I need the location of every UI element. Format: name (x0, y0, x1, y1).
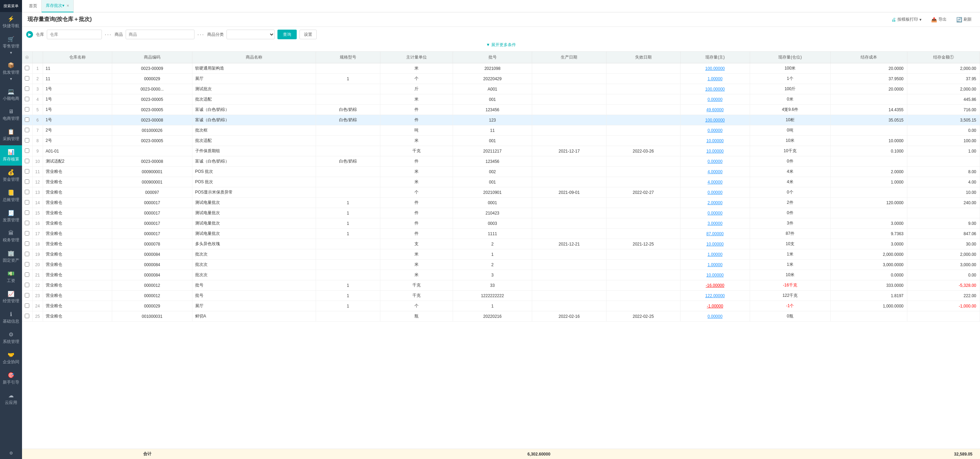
row-goods-name: 批号 (192, 280, 316, 291)
sidebar-item-企业协同[interactable]: 🤝 企业协同 (0, 348, 22, 368)
row-qty-main[interactable]: 10.00000 (680, 146, 750, 156)
sidebar-item-固定资产[interactable]: 🏢 固定资产 (0, 247, 22, 267)
row-checkbox[interactable] (22, 198, 32, 208)
row-checkbox[interactable] (22, 167, 32, 177)
row-qty-main[interactable]: 2.00000 (680, 198, 750, 208)
row-checkbox[interactable] (22, 208, 32, 218)
sidebar-item-批发管理[interactable]: 📦 批发管理 ▾ (0, 59, 22, 85)
row-spec (316, 125, 380, 135)
row-qty-main[interactable]: 1.00000 (680, 249, 750, 260)
row-checkbox[interactable] (22, 249, 32, 260)
row-qty-main[interactable]: -16.00000 (680, 280, 750, 291)
row-checkbox[interactable] (22, 239, 32, 249)
sidebar-logo[interactable]: 搜索菜单 (0, 0, 22, 12)
row-seq: 8 (32, 135, 43, 146)
sidebar-item-经营管理[interactable]: 📈 经营管理 (0, 287, 22, 308)
sidebar-item-系统管理[interactable]: ⚙ 系统管理 (0, 328, 22, 348)
table-row: 19 营业粮仓 0000084 批次次 米 1 1.00000 1米 2,000… (22, 249, 980, 260)
sidebar-item-发票管理[interactable]: 🧾 发票管理 (0, 206, 22, 226)
row-goods-code: 0023-00008 (112, 156, 192, 167)
row-qty-main[interactable]: 1.00000 (680, 74, 750, 84)
row-qty-main[interactable]: 1.00000 (680, 260, 750, 270)
setting-button[interactable]: 设置 (299, 30, 317, 39)
export-button[interactable]: 📤 导出 (928, 15, 949, 24)
row-checkbox[interactable] (22, 105, 32, 115)
refresh-button[interactable]: 🔄 刷新 (953, 15, 975, 24)
row-checkbox[interactable] (22, 115, 32, 125)
sidebar-item-新手引导[interactable]: 🎯 新手引导 (0, 368, 22, 389)
sidebar-item-云应用[interactable]: ☁ 云应用 (0, 389, 22, 409)
row-qty-main[interactable]: 100.00000 (680, 63, 750, 74)
sidebar-item-快捷导航[interactable]: ⚡ 快捷导航 (0, 12, 22, 32)
sidebar-item-采购管理[interactable]: 📋 采购管理 (0, 125, 22, 145)
row-checkbox[interactable] (22, 125, 32, 135)
print-button[interactable]: 🖨 按模板打印 ▾ (888, 15, 924, 24)
sidebar-settings[interactable]: ⚙ (0, 447, 22, 459)
row-qty-main[interactable]: 0.00000 (680, 156, 750, 167)
row-checkbox[interactable] (22, 291, 32, 301)
tab-home[interactable]: 首页 (25, 0, 41, 13)
row-qty-main[interactable]: 4.00000 (680, 167, 750, 177)
row-batch: 1222222222 (453, 291, 532, 301)
row-checkbox[interactable] (22, 270, 32, 280)
sidebar-item-基础信息[interactable]: ℹ 基础信息 (0, 308, 22, 328)
row-unit: 米 (380, 94, 453, 105)
row-exp-date (606, 63, 680, 74)
category-select[interactable] (226, 30, 275, 39)
warehouse-input[interactable] (47, 30, 102, 39)
row-batch: 1 (453, 301, 532, 311)
row-batch: 2021098 (453, 63, 532, 74)
row-qty-main[interactable]: 49.60000 (680, 105, 750, 115)
row-checkbox[interactable] (22, 177, 32, 187)
row-qty-main[interactable]: 10.00000 (680, 239, 750, 249)
tab-inventory-batch[interactable]: 库存批次▾ ✕ (41, 0, 74, 13)
goods-input[interactable] (126, 30, 194, 39)
row-checkbox[interactable] (22, 218, 32, 229)
row-checkbox[interactable] (22, 260, 32, 270)
row-qty-main[interactable]: 10.00000 (680, 270, 750, 280)
sidebar-item-总账管理[interactable]: 📒 总账管理 (0, 186, 22, 206)
sidebar-item-零售管理[interactable]: 🛒 零售管理 ▾ (0, 32, 22, 59)
sidebar-item-库存核算[interactable]: 📊 库存核算 (0, 145, 22, 166)
row-warehouse: 营业粮仓 (43, 198, 112, 208)
row-qty-main[interactable]: 0.00000 (680, 125, 750, 135)
row-qty-main[interactable]: 87.00000 (680, 229, 750, 239)
sidebar-item-税务管理[interactable]: 🏛 税务管理 (0, 226, 22, 247)
row-qty-main[interactable]: 0.00000 (680, 208, 750, 218)
row-qty-main[interactable]: 10.00000 (680, 135, 750, 146)
row-qty-main[interactable]: 0.00000 (680, 187, 750, 198)
row-checkbox[interactable] (22, 156, 32, 167)
row-checkbox[interactable] (22, 280, 32, 291)
sidebar-item-小额电商[interactable]: 💻 小额电商 (0, 85, 22, 105)
row-spec: 1 (316, 208, 380, 218)
sidebar-item-工资[interactable]: 💵 工资 (0, 267, 22, 287)
filter-expand-row: ▼ 展开更多条件 (26, 41, 976, 49)
row-checkbox[interactable] (22, 63, 32, 74)
row-checkbox[interactable] (22, 229, 32, 239)
row-qty-main[interactable]: 100.00000 (680, 84, 750, 94)
row-qty-main[interactable]: -1.00000 (680, 301, 750, 311)
row-checkbox[interactable] (22, 84, 32, 94)
sidebar-item-资金管理[interactable]: 💰 资金管理 (0, 166, 22, 186)
row-exp-date (606, 177, 680, 187)
row-checkbox[interactable] (22, 301, 32, 311)
row-balance: 0.00 (907, 270, 980, 280)
expand-more-button[interactable]: ▼ 展开更多条件 (483, 41, 519, 49)
row-qty-main[interactable]: 4.00000 (680, 177, 750, 187)
row-checkbox[interactable] (22, 187, 32, 198)
sidebar-item-电商管理[interactable]: 🖥 电商管理 (0, 105, 22, 125)
toggle-filter-button[interactable]: ▶ (26, 31, 33, 38)
row-checkbox[interactable] (22, 135, 32, 146)
row-qty-main[interactable]: 3.00000 (680, 218, 750, 229)
row-checkbox[interactable] (22, 311, 32, 322)
row-batch: 2 (453, 239, 532, 249)
row-qty-main[interactable]: 100.00000 (680, 115, 750, 125)
row-qty-main[interactable]: 0.00000 (680, 311, 750, 322)
row-checkbox[interactable] (22, 74, 32, 84)
tab-close-button[interactable]: ✕ (67, 4, 69, 8)
search-button[interactable]: 查询 (277, 30, 297, 39)
row-qty-main[interactable]: 122.00000 (680, 291, 750, 301)
row-checkbox[interactable] (22, 146, 32, 156)
row-qty-main[interactable]: 0.00000 (680, 94, 750, 105)
row-checkbox[interactable] (22, 94, 32, 105)
